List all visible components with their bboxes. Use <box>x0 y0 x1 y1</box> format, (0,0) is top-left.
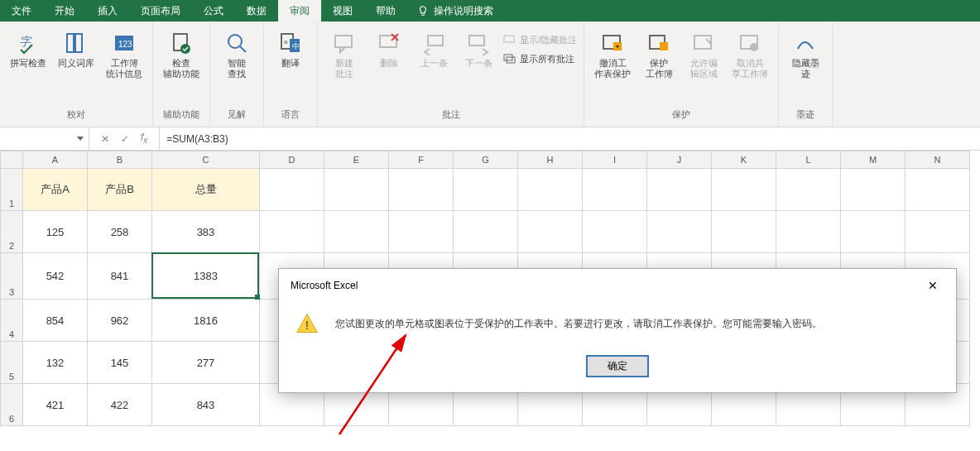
cell-B4[interactable]: 962 <box>88 300 152 342</box>
tab-layout[interactable]: 页面布局 <box>129 0 192 22</box>
cell-K1[interactable] <box>712 169 776 211</box>
cell-F1[interactable] <box>389 169 454 211</box>
row-header-2[interactable]: 2 <box>0 211 23 253</box>
cell-K2[interactable] <box>712 211 776 253</box>
translate-button[interactable]: a中 翻译 <box>271 28 310 70</box>
cell-H1[interactable] <box>518 169 583 211</box>
next-comment-button[interactable]: 下一条 <box>459 28 498 70</box>
fx-icon[interactable]: fx <box>141 132 147 145</box>
cell-J1[interactable] <box>647 169 712 211</box>
showall-comment-check[interactable]: 显示所有批注 <box>503 50 577 68</box>
cell-C5[interactable]: 277 <box>152 342 260 384</box>
cell-E1[interactable] <box>324 169 389 211</box>
tab-home[interactable]: 开始 <box>43 0 86 22</box>
cell-L2[interactable] <box>776 211 841 253</box>
formula-bar: ✕ ✓ fx =SUM(A3:B3) <box>0 127 980 151</box>
cell-I2[interactable] <box>583 211 647 253</box>
col-header-G[interactable]: G <box>454 151 518 169</box>
col-header-I[interactable]: I <box>583 151 647 169</box>
cell-C1[interactable]: 总量 <box>152 169 260 211</box>
tab-help[interactable]: 帮助 <box>364 0 407 22</box>
prev-label: 上一条 <box>420 58 448 69</box>
prev-comment-button[interactable]: 上一条 <box>414 28 454 70</box>
cell-B6[interactable]: 422 <box>88 384 152 426</box>
tab-data[interactable]: 数据 <box>235 0 278 22</box>
delete-comment-button[interactable]: 删除 <box>369 28 409 70</box>
row-header-1[interactable]: 1 <box>0 169 23 211</box>
unprotect-sheet-button[interactable]: 撤消工 作表保护 <box>591 28 634 81</box>
cell-L1[interactable] <box>776 169 841 211</box>
tab-view[interactable]: 视图 <box>321 0 364 22</box>
cell-H2[interactable] <box>518 211 583 253</box>
hide-ink-button[interactable]: 隐藏墨 迹 <box>785 28 825 81</box>
cell-D1[interactable] <box>260 169 324 211</box>
tab-file[interactable]: 文件 <box>0 0 43 22</box>
cell-C3[interactable]: 1383 <box>152 253 260 300</box>
cell-B2[interactable]: 258 <box>88 211 152 253</box>
row-header-5[interactable]: 5 <box>0 342 23 384</box>
ink-icon <box>792 30 819 56</box>
cell-D2[interactable] <box>260 211 324 253</box>
cell-E2[interactable] <box>324 211 389 253</box>
tell-me-search[interactable]: 操作说明搜索 <box>407 4 503 18</box>
cell-N1[interactable] <box>906 169 970 211</box>
row-header-6[interactable]: 6 <box>0 384 23 426</box>
cell-F2[interactable] <box>389 211 454 253</box>
cell-A1[interactable]: 产品A <box>23 169 88 211</box>
col-header-F[interactable]: F <box>389 151 454 169</box>
cell-A6[interactable]: 421 <box>23 384 88 426</box>
thesaurus-button[interactable]: 同义词库 <box>55 28 98 70</box>
dialog-close-button[interactable]: ✕ <box>921 277 944 294</box>
cell-G1[interactable] <box>454 169 518 211</box>
showhide-comment-check[interactable]: 显示/隐藏批注 <box>503 31 577 49</box>
svg-rect-17 <box>428 36 443 46</box>
protect-workbook-button[interactable]: 保护 工作簿 <box>639 28 679 81</box>
cell-B1[interactable]: 产品B <box>88 169 152 211</box>
tab-review[interactable]: 审阅 <box>278 0 321 22</box>
allow-edit-button[interactable]: 允许编 辑区域 <box>684 28 723 81</box>
stats-button[interactable]: 123 工作簿 统计信息 <box>103 28 146 81</box>
enter-formula-icon[interactable]: ✓ <box>121 133 129 145</box>
unshare-button[interactable]: 取消共 享工作簿 <box>728 28 771 81</box>
cell-A2[interactable]: 125 <box>23 211 88 253</box>
cell-J2[interactable] <box>647 211 712 253</box>
tab-insert[interactable]: 插入 <box>86 0 129 22</box>
col-header-M[interactable]: M <box>841 151 906 169</box>
formula-input[interactable]: =SUM(A3:B3) <box>160 133 980 145</box>
cell-B5[interactable]: 145 <box>88 342 152 384</box>
col-header-C[interactable]: C <box>152 151 260 169</box>
col-header-A[interactable]: A <box>23 151 88 169</box>
name-box[interactable] <box>0 127 89 150</box>
col-header-J[interactable]: J <box>647 151 712 169</box>
col-header-K[interactable]: K <box>712 151 776 169</box>
col-header-D[interactable]: D <box>260 151 324 169</box>
cell-C6[interactable]: 843 <box>152 384 260 426</box>
col-header-N[interactable]: N <box>906 151 970 169</box>
cell-C4[interactable]: 1816 <box>152 300 260 342</box>
spelling-button[interactable]: 字 拼写检查 <box>7 28 50 70</box>
row-header-4[interactable]: 4 <box>0 300 23 342</box>
check-accessibility-button[interactable]: 检查 辅助功能 <box>160 28 203 81</box>
cell-B3[interactable]: 841 <box>88 253 152 300</box>
smart-lookup-button[interactable]: 智能 查找 <box>217 28 257 81</box>
col-header-H[interactable]: H <box>518 151 583 169</box>
cell-M1[interactable] <box>841 169 906 211</box>
cell-C2[interactable]: 383 <box>152 211 260 253</box>
new-comment-button[interactable]: 新建 批注 <box>324 28 364 81</box>
col-header-B[interactable]: B <box>88 151 152 169</box>
cell-M2[interactable] <box>841 211 906 253</box>
col-header-L[interactable]: L <box>776 151 841 169</box>
cell-A3[interactable]: 542 <box>23 253 88 300</box>
group-label-ink: 墨迹 <box>796 106 814 123</box>
cell-A5[interactable]: 132 <box>23 342 88 384</box>
cell-A4[interactable]: 854 <box>23 300 88 342</box>
row-header-3[interactable]: 3 <box>0 253 23 300</box>
cell-G2[interactable] <box>454 211 518 253</box>
col-header-E[interactable]: E <box>324 151 389 169</box>
dialog-ok-button[interactable]: 确定 <box>586 355 649 377</box>
cell-N2[interactable] <box>906 211 970 253</box>
cancel-formula-icon[interactable]: ✕ <box>101 133 109 145</box>
select-all-button[interactable] <box>0 151 23 169</box>
tab-formulas[interactable]: 公式 <box>192 0 235 22</box>
cell-I1[interactable] <box>583 169 647 211</box>
